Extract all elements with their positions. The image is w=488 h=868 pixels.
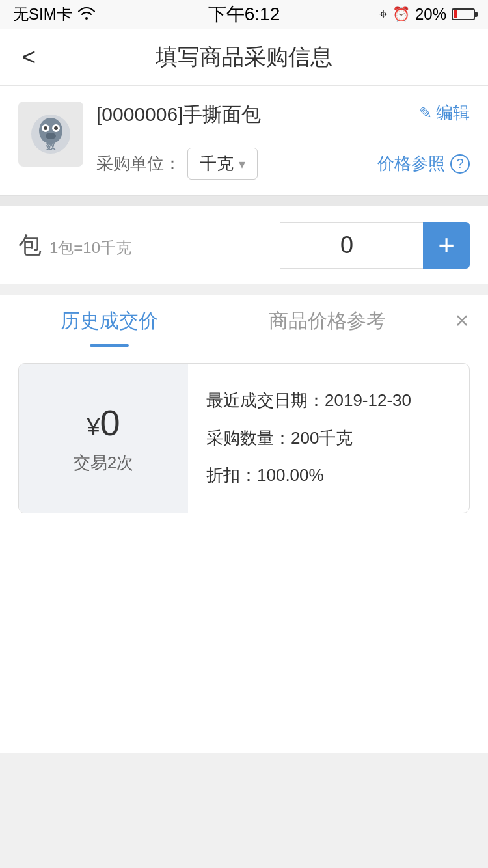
recent-date-label: 最近成交日期： [206,390,325,410]
recent-date-value: 2019-12-30 [325,390,411,410]
close-icon: × [455,307,468,334]
price-reference-button[interactable]: 价格参照 ? [377,152,470,175]
gray-divider [0,196,488,206]
carrier-text: 无SIM卡 [13,4,72,25]
location-icon: ⌖ [379,6,387,23]
product-info: [0000006]手撕面包 ✎ 编辑 采购单位： 千克 ▾ 价格参照 [96,102,470,180]
tab-history-price[interactable]: 历史成交价 [0,295,218,347]
nav-bar: < 填写商品采购信息 [0,29,488,86]
svg-text:数: 数 [46,141,56,151]
unit-left: 采购单位： 千克 ▾ [96,148,258,180]
trade-count: 交易2次 [74,452,133,474]
purchase-qty-label: 采购数量： [206,428,291,448]
wifi-icon [77,5,96,25]
dropdown-arrow-icon: ▾ [239,156,245,172]
purchase-qty-value: 200千克 [291,428,353,448]
edit-button[interactable]: ✎ 编辑 [419,102,470,124]
tab-bar: 历史成交价 商品价格参考 × [0,295,488,347]
purchase-qty-row: 采购数量：200千克 [206,425,451,452]
status-time: 下午6:12 [208,2,280,27]
svg-point-1 [39,118,62,144]
tab-history-label: 历史成交价 [61,308,158,334]
battery-fill [454,10,457,18]
quantity-input-block: + [280,222,470,269]
alarm-icon: ⏰ [392,6,410,23]
battery-icon [452,8,475,20]
history-right: 最近成交日期：2019-12-30 采购数量：200千克 折扣：100.00% [188,364,469,513]
quantity-section: 包 1包=10千克 + [0,206,488,284]
page-title: 填写商品采购信息 [156,42,332,72]
yen-symbol: ¥ [87,414,100,441]
quantity-input[interactable] [280,222,423,269]
svg-point-4 [44,126,47,130]
unit-value: 千克 [200,152,234,175]
product-header: 数 [0000006]手撕面包 ✎ 编辑 采购单位： 千克 ▾ [18,102,470,180]
product-thumbnail: 数 [18,102,83,167]
product-unit-row: 采购单位： 千克 ▾ 价格参照 ? [96,148,470,180]
quantity-unit: 包 [18,230,42,262]
history-left: ¥0 交易2次 [19,364,188,513]
unit-label: 采购单位： [96,152,181,175]
svg-point-5 [54,126,58,130]
edit-icon: ✎ [419,104,432,122]
help-icon-text: ? [456,156,463,171]
back-button[interactable]: < [16,37,42,77]
status-right: ⌖ ⏰ 20% [379,5,475,23]
discount-label: 折扣： [206,465,257,485]
quantity-plus-button[interactable]: + [423,222,470,269]
history-card: ¥0 交易2次 最近成交日期：2019-12-30 采购数量：200千克 折扣：… [18,363,470,513]
edit-label: 编辑 [436,102,470,124]
history-price: ¥0 [87,401,120,444]
quantity-label-block: 包 1包=10千克 [18,230,131,262]
tab-section: 历史成交价 商品价格参考 × ¥0 交易2次 最近成交日期：2019-12-30 [0,295,488,753]
discount-row: 折扣：100.00% [206,462,451,489]
product-section: 数 [0000006]手撕面包 ✎ 编辑 采购单位： 千克 ▾ [0,86,488,196]
product-name: [0000006]手撕面包 [96,102,419,128]
quantity-conversion: 1包=10千克 [49,237,131,258]
unit-dropdown[interactable]: 千克 ▾ [187,148,258,180]
status-left: 无SIM卡 [13,4,96,25]
status-bar: 无SIM卡 下午6:12 ⌖ ⏰ 20% [0,0,488,29]
main-content: ¥0 交易2次 最近成交日期：2019-12-30 采购数量：200千克 折扣：… [0,363,488,753]
product-title-row: [0000006]手撕面包 ✎ 编辑 [96,102,470,128]
tab-close-button[interactable]: × [436,295,488,347]
tab-product-price[interactable]: 商品价格参考 [218,295,436,347]
discount-value: 100.00% [257,465,324,485]
price-ref-label: 价格参照 [377,152,445,175]
battery-percent: 20% [415,5,446,23]
tab-product-label: 商品价格参考 [269,308,386,334]
recent-date-row: 最近成交日期：2019-12-30 [206,387,451,414]
help-icon: ? [450,154,470,174]
product-logo: 数 [28,111,74,157]
price-value: 0 [100,402,120,443]
svg-point-6 [46,133,56,139]
